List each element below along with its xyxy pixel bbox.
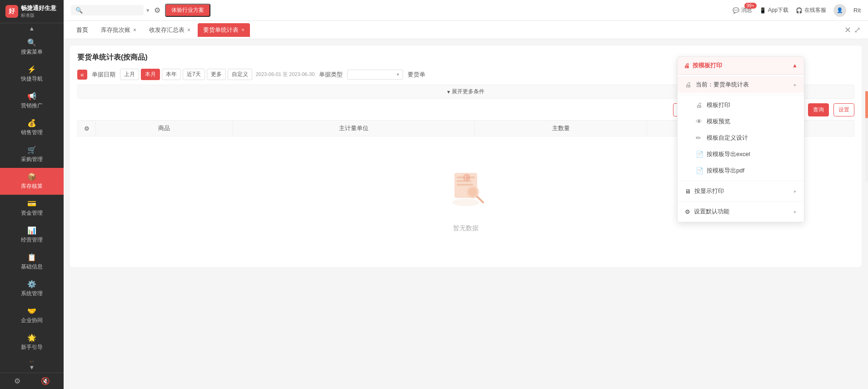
- sidebar-item-sales[interactable]: 💰 销售管理: [0, 114, 64, 141]
- default-func-section: ⚙ 设置默认功能 ▸: [678, 202, 804, 222]
- sales-icon: 💰: [27, 119, 36, 127]
- display-print-section: 🖥 按显示打印 ▸: [678, 181, 804, 202]
- sidebar-item-operations[interactable]: 📊 经营管理: [0, 222, 64, 248]
- trial-btn[interactable]: 体验行业方案: [165, 4, 210, 17]
- sidebar-item-label: 采购管理: [21, 156, 43, 163]
- sidebar-item-search[interactable]: 🔍 搜索菜单: [0, 34, 64, 61]
- query-label: 查询: [813, 106, 824, 114]
- filter-expand-btn[interactable]: «: [77, 70, 87, 80]
- empty-text: 暂无数据: [453, 224, 479, 232]
- print-dropdown-title: 🖨 按模板打印: [684, 61, 722, 70]
- col-quantity: 主数量: [475, 121, 647, 136]
- tab-order-stats-close[interactable]: ×: [241, 27, 244, 33]
- expand-more-icon: ▾: [447, 89, 450, 95]
- template-pdf-item[interactable]: 📄 按模板导出pdf: [678, 162, 804, 179]
- date-btn-this-month[interactable]: 本月: [141, 69, 160, 80]
- user-name[interactable]: Rit: [853, 7, 861, 14]
- tab-inventory-batch[interactable]: 库存批次账 ×: [95, 23, 142, 37]
- sidebar-item-inventory[interactable]: 📦 库存核算: [0, 168, 64, 195]
- bell-icon: 💬: [733, 7, 739, 14]
- print-title-label: 按模板打印: [693, 61, 722, 70]
- sidebar-item-label: 快捷导航: [21, 75, 43, 83]
- template-excel-item[interactable]: 📄 按模板导出excel: [678, 146, 804, 162]
- tab-order-stats[interactable]: 要货单统计表 ×: [198, 23, 250, 37]
- template-preview-item[interactable]: 👁 模板预览: [678, 113, 804, 130]
- sidebar-item-newguide[interactable]: 🌟 新手引导: [0, 329, 64, 356]
- notifications-btn[interactable]: 💬 消息 99+: [733, 6, 752, 14]
- mute-icon[interactable]: 🔇: [41, 377, 50, 385]
- newguide-icon: 🌟: [27, 333, 36, 342]
- online-service-btn[interactable]: 🎧 在线客服: [796, 6, 826, 14]
- scroll-up-btn[interactable]: ▲: [0, 23, 64, 34]
- col-settings[interactable]: ⚙: [78, 121, 96, 136]
- tab-close-all-icon[interactable]: ✕: [844, 25, 851, 35]
- header-gear-icon[interactable]: ⚙: [154, 6, 160, 15]
- scroll-down-btn[interactable]: ▼: [0, 362, 64, 373]
- tab-home[interactable]: 首页: [71, 23, 94, 37]
- main-content: 🔍 ▾ ⚙ 体验行业方案 💬 消息 99+ 📱 App下载 🎧 在线客服 👤 R…: [64, 0, 868, 389]
- sidebar-item-finance[interactable]: 💳 资金管理: [0, 195, 64, 222]
- sidebar-item-appcenter[interactable]: 📱 应用中心: [0, 356, 64, 362]
- template-pdf-icon: 📄: [696, 167, 703, 174]
- tab-receipt-summary[interactable]: 收发存汇总表 ×: [144, 23, 196, 37]
- sidebar-item-label: 销售管理: [21, 129, 43, 136]
- sidebar-item-system[interactable]: ⚙️ 系统管理: [0, 275, 64, 302]
- order-type-select[interactable]: ▾: [347, 70, 403, 80]
- marketing-icon: 📢: [27, 92, 36, 101]
- sidebar-item-marketing[interactable]: 📢 营销推广: [0, 87, 64, 114]
- sidebar-item-basicinfo[interactable]: 📋 基础信息: [0, 248, 64, 275]
- current-template-arrow: ▸: [794, 82, 797, 88]
- sidebar-item-label: 企业协同: [21, 317, 43, 324]
- query-btn[interactable]: 查询: [808, 103, 829, 116]
- system-icon: ⚙️: [27, 280, 36, 288]
- sidebar-item-label: 营销推广: [21, 102, 43, 110]
- date-label: 单据日期: [92, 71, 115, 79]
- date-btn-7days[interactable]: 近7天: [183, 69, 205, 80]
- settings-icon[interactable]: ⚙: [14, 377, 20, 385]
- app-download-btn[interactable]: 📱 App下载: [759, 6, 788, 14]
- tab-inventory-batch-label: 库存批次账: [101, 26, 130, 34]
- sidebar-bottom: ⚙ 🔇: [0, 373, 64, 389]
- template-print-item[interactable]: 🖨 模板打印: [678, 97, 804, 113]
- header-search-input[interactable]: [83, 7, 139, 14]
- current-template-section: 🖨 当前：要货单统计表 ▸: [678, 75, 804, 95]
- right-scrollbar[interactable]: [865, 91, 868, 182]
- header-dropdown-arrow[interactable]: ▾: [146, 7, 150, 14]
- settings-btn[interactable]: 设置: [833, 103, 854, 116]
- tab-receipt-summary-close[interactable]: ×: [187, 27, 190, 33]
- settings-label: 设置: [838, 106, 849, 114]
- display-print-header[interactable]: 🖥 按显示打印 ▸: [678, 183, 804, 199]
- date-btn-this-year[interactable]: 本年: [162, 69, 181, 80]
- date-btn-custom[interactable]: 自定义: [228, 69, 252, 80]
- svg-text:!: !: [465, 175, 466, 180]
- template-preview-label: 模板预览: [707, 117, 730, 126]
- app-download-label: App下载: [768, 6, 788, 14]
- order-type-arrow: ▾: [397, 72, 399, 77]
- scrollbar-thumb[interactable]: [865, 91, 868, 118]
- dropdown-collapse-btn[interactable]: ▲: [792, 62, 798, 69]
- notification-badge: 99+: [744, 3, 757, 9]
- sidebar-item-purchase[interactable]: 🛒 采购管理: [0, 141, 64, 168]
- operations-icon: 📊: [27, 226, 36, 235]
- sidebar-item-quicknav[interactable]: ⚡ 快捷导航: [0, 61, 64, 87]
- purchase-icon: 🛒: [27, 146, 36, 154]
- sidebar-nav: 🔍 搜索菜单 ⚡ 快捷导航 📢 营销推广 💰 销售管理 🛒 采购管理 📦 库存核…: [0, 34, 64, 362]
- sidebar-item-collab[interactable]: 🤝 企业协同: [0, 302, 64, 329]
- template-excel-label: 按模板导出excel: [707, 150, 750, 158]
- current-template-item[interactable]: 🖨 当前：要货单统计表 ▸: [678, 76, 804, 93]
- default-func-header[interactable]: ⚙ 设置默认功能 ▸: [678, 203, 804, 220]
- expand-more-label: 展开更多条件: [452, 88, 484, 96]
- tab-bar: 首页 库存批次账 × 收发存汇总表 × 要货单统计表 × ✕ ⤢: [64, 21, 868, 39]
- date-btn-more[interactable]: 更多: [207, 69, 226, 80]
- header-search-box[interactable]: 🔍: [71, 5, 144, 15]
- tab-maximize-icon[interactable]: ⤢: [854, 25, 861, 35]
- sidebar-item-label: 经营管理: [21, 236, 43, 244]
- template-design-item[interactable]: ✏ 模板自定义设计: [678, 130, 804, 146]
- user-avatar[interactable]: 👤: [833, 4, 846, 17]
- header-search-icon: 🔍: [75, 7, 83, 14]
- svg-rect-4: [457, 184, 473, 186]
- template-actions-section: 🖨 模板打印 👁 模板预览 ✏ 模板自定义设计 📄 按模板导出excel 📄: [678, 95, 804, 181]
- tab-inventory-batch-close[interactable]: ×: [133, 27, 136, 33]
- date-btn-last-month[interactable]: 上月: [120, 69, 139, 80]
- header-right: 💬 消息 99+ 📱 App下载 🎧 在线客服 👤 Rit: [733, 4, 861, 17]
